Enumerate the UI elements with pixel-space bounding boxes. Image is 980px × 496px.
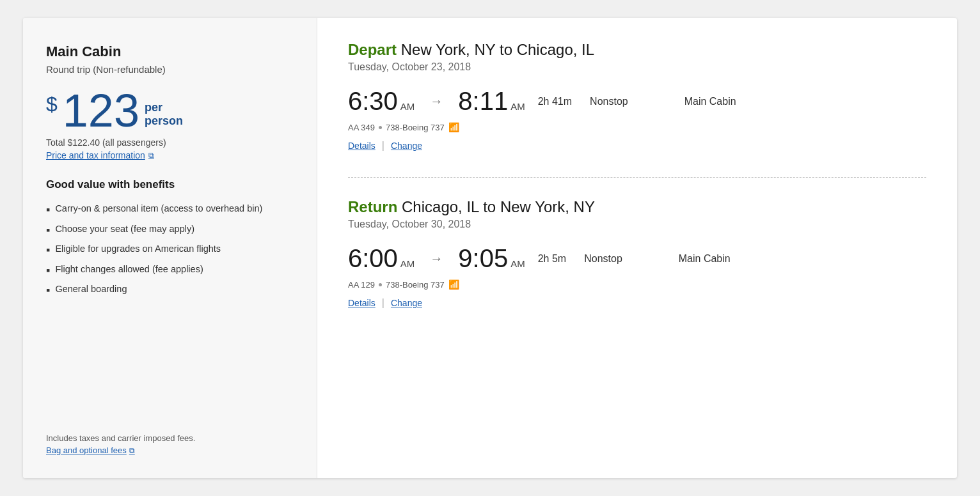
depart-change-link[interactable]: Change (391, 141, 422, 151)
depart-route: New York, NY to Chicago, IL (401, 41, 594, 58)
cabin-title: Main Cabin (46, 43, 294, 60)
price-tax-link[interactable]: Price and tax information ⧉ (46, 150, 294, 160)
bullet-icon: ▪ (46, 203, 50, 217)
depart-details-link[interactable]: Details (348, 141, 375, 151)
depart-time: 6:30 AM (348, 87, 415, 116)
external-link-icon: ⧉ (148, 151, 154, 160)
return-flight-number: AA 129 (348, 280, 375, 290)
link-separator: | (382, 140, 384, 151)
return-change-link[interactable]: Change (391, 298, 422, 308)
depart-flight-number: AA 349 (348, 123, 375, 132)
depart-section: Depart New York, NY to Chicago, IL Tuesd… (348, 41, 926, 151)
return-info-row: AA 129 738-Boeing 737 📶 (348, 279, 926, 290)
list-item: ▪ Choose your seat (fee may apply) (46, 221, 294, 241)
depart-times-row: 6:30 AM → 8:11 AM 2h 41m Nonstop Main Ca… (348, 87, 926, 116)
footer-text: Includes taxes and carrier imposed fees. (46, 433, 294, 443)
arrow-icon: → (430, 251, 443, 266)
trip-type: Round trip (Non-refundable) (46, 64, 294, 75)
return-cabin: Main Cabin (679, 253, 731, 265)
dollar-sign: $ (46, 94, 58, 114)
footer-link[interactable]: Bag and optional fees ⧉ (46, 446, 294, 455)
depart-aircraft: 738-Boeing 737 (386, 123, 445, 132)
return-links: Details | Change (348, 297, 926, 309)
section-divider (348, 177, 926, 178)
depart-links: Details | Change (348, 140, 926, 151)
arrive-time: 8:11 AM (458, 87, 525, 116)
separator (379, 126, 382, 129)
depart-date: Tuesday, October 23, 2018 (348, 61, 926, 73)
list-item: ▪ Eligible for upgrades on American flig… (46, 240, 294, 261)
list-item: ▪ General boarding (46, 281, 294, 301)
depart-info-row: AA 349 738-Boeing 737 📶 (348, 122, 926, 132)
return-route: Chicago, IL to New York, NY (402, 198, 595, 215)
list-item: ▪ Flight changes allowed (fee applies) (46, 261, 294, 281)
external-link-icon: ⧉ (129, 446, 135, 455)
depart-label: Depart New York, NY to Chicago, IL (348, 41, 594, 58)
total-price: Total $122.40 (all passengers) (46, 137, 294, 148)
depart-duration: 2h 41m (538, 96, 572, 107)
depart-cabin: Main Cabin (684, 96, 736, 107)
depart-nonstop: Nonstop (590, 96, 628, 107)
return-nonstop: Nonstop (584, 253, 622, 265)
return-meta: 2h 5m Nonstop Main Cabin (538, 253, 731, 265)
return-arrive-time: 9:05 AM (458, 244, 525, 273)
price-amount: 123 (63, 88, 139, 134)
per-person: perperson (145, 101, 183, 128)
benefits-title: Good value with benefits (46, 178, 294, 191)
return-label: Return Chicago, IL to New York, NY (348, 198, 595, 215)
list-item: ▪ Carry-on & personal item (access to ov… (46, 200, 294, 221)
main-card: Main Cabin Round trip (Non-refundable) $… (23, 18, 957, 478)
price-row: $ 123 perperson (46, 88, 294, 134)
right-panel: Depart New York, NY to Chicago, IL Tuesd… (317, 18, 957, 478)
link-separator: | (382, 297, 384, 309)
wifi-icon: 📶 (448, 122, 459, 132)
return-section: Return Chicago, IL to New York, NY Tuesd… (348, 198, 926, 309)
wifi-icon: 📶 (448, 279, 459, 290)
arrow-icon: → (430, 94, 443, 109)
bullet-icon: ▪ (46, 224, 50, 238)
return-aircraft: 738-Boeing 737 (386, 280, 445, 290)
separator (379, 283, 382, 286)
left-panel: Main Cabin Round trip (Non-refundable) $… (23, 18, 317, 478)
bullet-icon: ▪ (46, 264, 50, 278)
bullet-icon: ▪ (46, 244, 50, 258)
return-details-link[interactable]: Details (348, 298, 375, 308)
return-times-row: 6:00 AM → 9:05 AM 2h 5m Nonstop Main Cab… (348, 244, 926, 273)
depart-header: Depart New York, NY to Chicago, IL (348, 41, 926, 59)
return-duration: 2h 5m (538, 253, 566, 265)
return-header: Return Chicago, IL to New York, NY (348, 198, 926, 216)
return-depart-time: 6:00 AM (348, 244, 415, 273)
depart-meta: 2h 41m Nonstop Main Cabin (538, 96, 736, 107)
benefits-list: ▪ Carry-on & personal item (access to ov… (46, 200, 294, 301)
return-date: Tuesday, October 30, 2018 (348, 219, 926, 230)
bullet-icon: ▪ (46, 284, 50, 298)
